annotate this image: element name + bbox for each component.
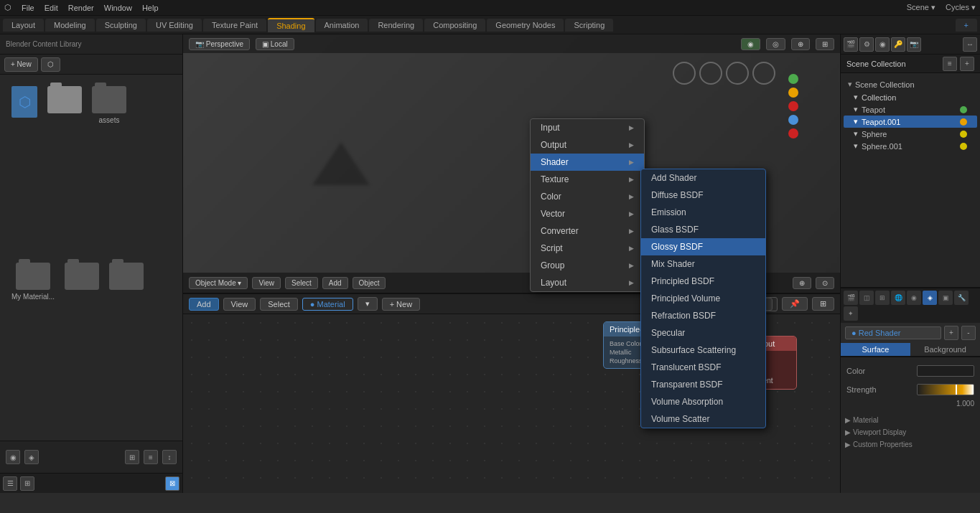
menu-item-script[interactable]: Script <box>531 240 644 257</box>
menu-file[interactable]: File <box>22 4 34 12</box>
sidebar-item-mymaterial[interactable]: My Material... <box>11 263 55 429</box>
prop-tab-particles[interactable]: ✦ <box>844 306 858 321</box>
rp-icon-btn-5[interactable]: 📷 <box>907 37 921 52</box>
menu-item-vector[interactable]: Vector <box>531 205 644 222</box>
sidebar-item-assets[interactable]: assets <box>92 86 126 253</box>
prop-tab-scene[interactable]: 🌐 <box>891 291 905 305</box>
sidebar-item-folder1[interactable] <box>47 86 82 253</box>
sidebar-open-btn[interactable]: ⬡ <box>41 57 60 72</box>
tab-background[interactable]: Background <box>910 343 980 356</box>
color-swatch[interactable] <box>917 365 974 377</box>
viewport-gizmo-btn[interactable]: ⊞ <box>816 38 834 50</box>
tab-compositing[interactable]: Compositing <box>424 19 485 32</box>
tab-rendering[interactable]: Rendering <box>369 19 423 32</box>
prop-tab-material[interactable]: ◈ <box>923 291 937 305</box>
tab-surface[interactable]: Surface <box>841 343 910 356</box>
menu-item-converter[interactable]: Converter <box>531 222 644 240</box>
tab-shading[interactable]: Shading <box>268 18 314 32</box>
tree-item-sphere[interactable]: ▾ Sphere <box>844 128 977 140</box>
prop-tab-view[interactable]: ⊞ <box>875 291 890 305</box>
sidebar-item-folder2[interactable] <box>65 263 99 429</box>
material-selector[interactable]: ● Red Shader <box>845 326 941 339</box>
ne-toggle-sidebar[interactable]: ⊞ <box>812 297 834 311</box>
menu-item-shader[interactable]: Shader <box>531 154 644 171</box>
shader-subsurface-scattering[interactable]: Subsurface Scattering <box>641 342 765 359</box>
tab-animation[interactable]: Animation <box>316 19 368 32</box>
sidebar-item-recent[interactable]: ⬡ <box>11 86 37 253</box>
vp-snap-btn[interactable]: ⊕ <box>793 277 811 289</box>
shader-refraction-bsdf[interactable]: Refraction BSDF <box>641 307 765 324</box>
menu-edit[interactable]: Edit <box>45 4 58 12</box>
shader-specular[interactable]: Specular <box>641 324 765 342</box>
vp-select-btn[interactable]: Select <box>285 277 318 289</box>
vp-add-btn[interactable]: Add <box>322 277 348 289</box>
vp-object-btn[interactable]: Object <box>353 277 386 289</box>
gizmo-circle-1[interactable] <box>673 62 696 85</box>
shader-principled-bsdf[interactable]: Principled BSDF <box>641 273 765 290</box>
tab-modeling[interactable]: Modeling <box>45 19 95 32</box>
ne-new-btn[interactable]: + New <box>382 298 421 311</box>
menu-help[interactable]: Help <box>142 4 159 12</box>
prop-tab-output[interactable]: ◫ <box>859 291 874 305</box>
scene-selector[interactable]: Scene ▾ <box>907 3 935 12</box>
ne-toggle-pin[interactable]: 📌 <box>782 297 808 311</box>
shader-principled-volume[interactable]: Principled Volume <box>641 290 765 307</box>
menu-window[interactable]: Window <box>104 4 132 12</box>
sidebar-sort[interactable]: ↕ <box>162 450 177 464</box>
rp-add-btn[interactable]: + <box>960 57 974 71</box>
sidebar-mode-btn2[interactable]: ⊞ <box>20 476 34 491</box>
vp-mode-btn[interactable]: Object Mode ▾ <box>189 277 248 289</box>
tab-uv-editing[interactable]: UV Editing <box>147 19 202 32</box>
menu-render[interactable]: Render <box>68 4 94 12</box>
rp-filter-btn[interactable]: ≡ <box>943 57 957 71</box>
view-local-btn[interactable]: ▣ Local <box>256 38 294 50</box>
shader-glossy-bsdf[interactable]: Glossy BSDF <box>641 238 765 255</box>
menu-item-color[interactable]: Color <box>531 188 644 205</box>
sidebar-filter[interactable]: ≡ <box>144 450 158 464</box>
sidebar-tool-1[interactable]: ◉ <box>6 450 20 464</box>
sidebar-display-btn[interactable]: ⊠ <box>165 476 179 491</box>
prop-tab-modifier[interactable]: 🔧 <box>954 291 969 305</box>
expand-custom-props[interactable]: ▶ Custom Properties <box>845 438 976 451</box>
vp-view-btn[interactable]: View <box>252 277 281 289</box>
prop-tab-render[interactable]: 🎬 <box>844 291 858 305</box>
rp-icon-btn-4[interactable]: 🔑 <box>891 37 905 52</box>
tree-item-teapot001[interactable]: ▾ Teapot.001 <box>844 116 977 128</box>
renderer-selector[interactable]: Cycles ▾ <box>946 3 976 12</box>
shader-glass-bsdf[interactable]: Glass BSDF <box>641 221 765 238</box>
prop-tab-object[interactable]: ▣ <box>938 291 953 305</box>
ne-select-btn[interactable]: Select <box>260 298 298 311</box>
gizmo-circle-3[interactable] <box>726 62 749 85</box>
tree-item-sphere001[interactable]: ▾ Sphere.001 <box>844 140 977 152</box>
prop-tab-world[interactable]: ◉ <box>907 291 921 305</box>
ne-material-btn[interactable]: ● Material <box>302 298 353 311</box>
shader-translucent-bsdf[interactable]: Translucent BSDF <box>641 359 765 376</box>
gizmo-circle-2[interactable] <box>699 62 722 85</box>
rp-icon-btn-6[interactable]: ↔ <box>963 37 977 52</box>
tab-scripting[interactable]: Scripting <box>565 19 613 32</box>
sidebar-mode-btn1[interactable]: ☰ <box>3 476 17 491</box>
menu-item-texture[interactable]: Texture <box>531 171 644 188</box>
viewport-shading-material[interactable]: ◉ <box>741 38 760 50</box>
ne-slot-btn[interactable]: ▾ <box>358 297 378 311</box>
sidebar-search[interactable]: ⊞ <box>125 450 139 464</box>
gizmo-circle-4[interactable] <box>752 62 775 85</box>
ne-add-btn[interactable]: Add <box>189 298 219 311</box>
rp-icon-btn-1[interactable]: 🎬 <box>844 37 858 52</box>
color-dot-blue[interactable] <box>788 115 798 125</box>
viewport-shading-rendered[interactable]: ◎ <box>766 38 785 50</box>
rp-icon-btn-3[interactable]: ◉ <box>875 37 890 52</box>
sidebar-tool-2[interactable]: ◈ <box>24 450 39 464</box>
color-dot-orange[interactable] <box>788 88 798 98</box>
expand-viewport-display[interactable]: ▶ Viewport Display <box>845 426 976 438</box>
ne-view-btn[interactable]: View <box>223 298 256 311</box>
shader-add-shader[interactable]: Add Shader <box>641 169 765 187</box>
sidebar-new-btn[interactable]: + New <box>4 57 38 72</box>
shader-emission[interactable]: Emission <box>641 204 765 221</box>
tab-add[interactable]: + <box>956 19 977 32</box>
strength-bar[interactable] <box>917 384 974 395</box>
shader-mix-shader[interactable]: Mix Shader <box>641 255 765 273</box>
shader-volume-absorption[interactable]: Volume Absorption <box>641 393 765 410</box>
color-dot-green[interactable] <box>788 74 798 84</box>
color-dot-red[interactable] <box>788 101 798 111</box>
